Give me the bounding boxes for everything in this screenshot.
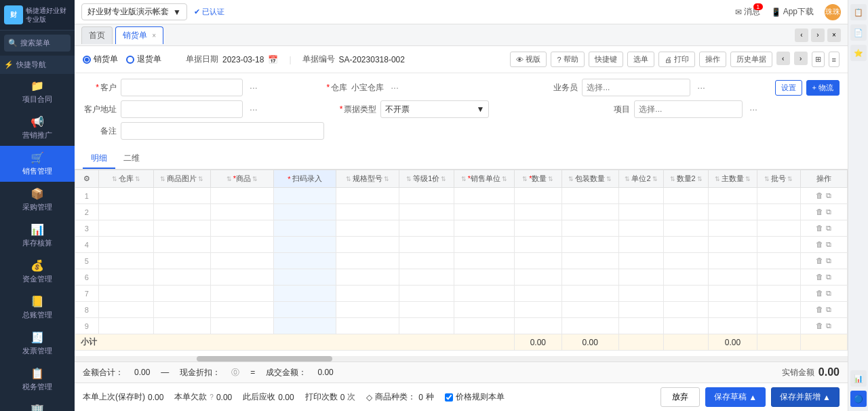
- row7-product[interactable]: [211, 286, 274, 302]
- row3-spec[interactable]: [336, 220, 399, 237]
- row3-copy-icon[interactable]: ⧉: [826, 224, 831, 232]
- row8-import[interactable]: [273, 302, 336, 318]
- sidebar-item-general[interactable]: 📒 总账管理: [0, 290, 75, 326]
- sidebar-item-project[interactable]: 📁 项目合同: [0, 74, 75, 110]
- row4-import[interactable]: [273, 237, 336, 253]
- row7-img[interactable]: [153, 286, 210, 302]
- sidebar-item-capital[interactable]: 💰 资金管理: [0, 254, 75, 290]
- tab-close-all-button[interactable]: ×: [827, 28, 841, 42]
- row4-price1[interactable]: [399, 237, 454, 253]
- row4-pack-qty[interactable]: [561, 237, 618, 253]
- row1-batch[interactable]: [757, 188, 800, 204]
- row6-copy-icon[interactable]: ⧉: [826, 273, 831, 281]
- grid-view-button[interactable]: ⊞: [812, 52, 825, 67]
- staff-input[interactable]: [582, 79, 690, 96]
- price-rule-checkbox[interactable]: [445, 393, 453, 402]
- row6-unit2[interactable]: [619, 269, 664, 286]
- row2-unit2[interactable]: [619, 204, 664, 220]
- row5-unit[interactable]: [454, 253, 514, 269]
- row3-unit2[interactable]: [619, 220, 664, 237]
- shortcut-button[interactable]: 快捷键: [589, 52, 623, 67]
- row4-main-qty[interactable]: [709, 237, 757, 253]
- row2-copy-icon[interactable]: ⧉: [826, 208, 831, 216]
- row1-pack-qty[interactable]: [561, 188, 618, 204]
- radio-return-order[interactable]: 退货单: [126, 54, 161, 65]
- row6-warehouse[interactable]: [98, 269, 153, 286]
- row4-spec[interactable]: [336, 237, 399, 253]
- row9-delete-icon[interactable]: 🗑: [816, 321, 823, 330]
- abandon-button[interactable]: 放弃: [660, 387, 700, 407]
- row5-unit2[interactable]: [619, 253, 664, 269]
- project-lookup-icon[interactable]: ···: [747, 104, 760, 115]
- row6-batch[interactable]: [757, 269, 800, 286]
- row7-price1[interactable]: [399, 286, 454, 302]
- row7-unit[interactable]: [454, 286, 514, 302]
- save-draft-button[interactable]: 保存草稿 ▲: [705, 387, 766, 407]
- customer-lookup-icon[interactable]: ···: [247, 82, 260, 93]
- operation-button[interactable]: 操作: [699, 52, 726, 67]
- row9-main-qty[interactable]: [709, 318, 757, 334]
- row8-qty2[interactable]: [664, 302, 709, 318]
- row6-img[interactable]: [153, 269, 210, 286]
- row3-img[interactable]: [153, 220, 210, 237]
- row4-batch[interactable]: [757, 237, 800, 253]
- horizontal-scrollbar[interactable]: [75, 356, 848, 361]
- row8-batch[interactable]: [757, 302, 800, 318]
- row8-warehouse[interactable]: [98, 302, 153, 318]
- col-settings[interactable]: ⚙: [75, 170, 99, 188]
- row5-import[interactable]: [273, 253, 336, 269]
- row2-img[interactable]: [153, 204, 210, 220]
- row1-qty[interactable]: [515, 188, 561, 204]
- sidebar-item-sales[interactable]: 🛒 销售管理: [0, 146, 75, 182]
- row1-price1[interactable]: [399, 188, 454, 204]
- save-new-button[interactable]: 保存并新增 ▲: [771, 387, 840, 407]
- row6-import[interactable]: [273, 269, 336, 286]
- row4-copy-icon[interactable]: ⧉: [826, 240, 831, 248]
- sidebar-search-button[interactable]: 🔍 搜索菜单: [4, 35, 71, 52]
- tab-prev-button[interactable]: ‹: [795, 28, 808, 42]
- row6-unit[interactable]: [454, 269, 514, 286]
- row9-qty2[interactable]: [664, 318, 709, 334]
- address-lookup-icon[interactable]: ···: [247, 104, 260, 115]
- list-view-button[interactable]: ≡: [829, 52, 840, 67]
- row5-main-qty[interactable]: [709, 253, 757, 269]
- row9-pack-qty[interactable]: [561, 318, 618, 334]
- row1-img[interactable]: [153, 188, 210, 204]
- row1-unit[interactable]: [454, 188, 514, 204]
- row1-spec[interactable]: [336, 188, 399, 204]
- sidebar-item-marketing[interactable]: 📢 营销推广: [0, 110, 75, 146]
- doc-date-value[interactable]: 2023-03-18: [222, 55, 264, 64]
- row5-product[interactable]: [211, 253, 274, 269]
- tab-home[interactable]: 首页: [81, 26, 113, 44]
- sidebar-quick-nav[interactable]: ⚡ 快捷导航: [0, 56, 75, 74]
- customer-input[interactable]: [121, 79, 243, 96]
- row4-unit2[interactable]: [619, 237, 664, 253]
- action-next-button[interactable]: ›: [794, 52, 808, 65]
- row1-qty2[interactable]: [664, 188, 709, 204]
- sidebar-item-purchase[interactable]: 📦 采购管理: [0, 182, 75, 218]
- staff-lookup-icon[interactable]: ···: [694, 82, 708, 93]
- row5-pack-qty[interactable]: [561, 253, 618, 269]
- row2-qty[interactable]: [515, 204, 561, 220]
- sidebar-item-fixed-assets[interactable]: 🏢 固定资产: [0, 397, 75, 411]
- right-panel-icon-4[interactable]: 📊: [850, 370, 867, 387]
- row9-import[interactable]: [273, 318, 336, 334]
- row9-batch[interactable]: [757, 318, 800, 334]
- row9-product[interactable]: [211, 318, 274, 334]
- row8-unit2[interactable]: [619, 302, 664, 318]
- action-prev-button[interactable]: ‹: [776, 52, 790, 65]
- row1-unit2[interactable]: [619, 188, 664, 204]
- print-button[interactable]: 🖨 打印: [658, 52, 695, 67]
- row8-main-qty[interactable]: [709, 302, 757, 318]
- message-button[interactable]: ✉ 1 消息: [735, 6, 760, 18]
- app-download-button[interactable]: 📱 App下载: [771, 6, 814, 18]
- scroll-thumb[interactable]: [197, 356, 332, 361]
- tab-close-icon[interactable]: ×: [152, 32, 156, 39]
- save-draft-dropdown-icon[interactable]: ▲: [749, 393, 757, 402]
- row3-unit[interactable]: [454, 220, 514, 237]
- row5-warehouse[interactable]: [98, 253, 153, 269]
- row2-main-qty[interactable]: [709, 204, 757, 220]
- row8-qty[interactable]: [515, 302, 561, 318]
- row9-img[interactable]: [153, 318, 210, 334]
- project-input[interactable]: [634, 100, 743, 118]
